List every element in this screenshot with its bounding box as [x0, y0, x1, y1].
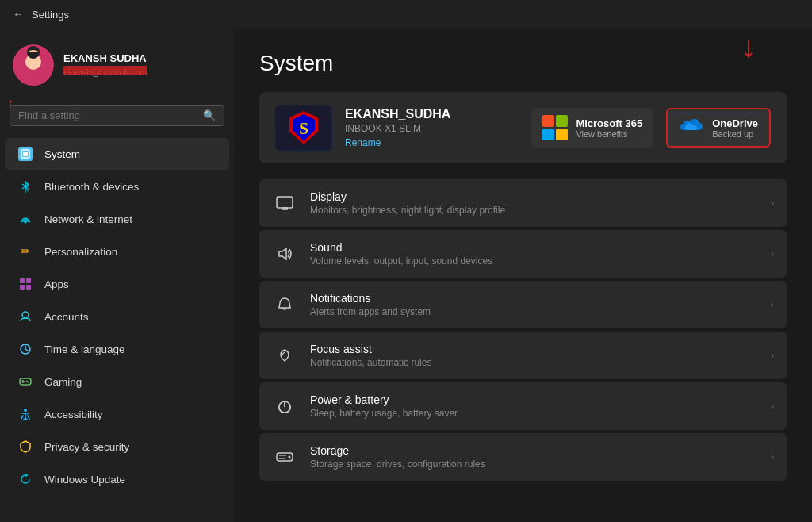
- app-title: Settings: [32, 9, 69, 21]
- microsoft365-name: Microsoft 365: [576, 117, 642, 129]
- settings-item-notifications[interactable]: Notifications Alerts from apps and syste…: [259, 281, 787, 328]
- storage-icon: [272, 444, 297, 470]
- sidebar-item-apps[interactable]: Apps: [5, 268, 229, 300]
- search-icon: 🔍: [203, 109, 216, 121]
- sidebar-item-gaming[interactable]: Gaming: [5, 366, 229, 397]
- notifications-chevron: ›: [771, 299, 774, 310]
- sound-desc: Volume levels, output, input, sound devi…: [310, 255, 492, 267]
- power-text: Power & battery Sleep, battery usage, ba…: [310, 393, 458, 419]
- svg-point-17: [28, 382, 29, 383]
- main-layout: EKANSH SUDHA ekansh@outlook.com ↑ 🔍: [0, 29, 812, 522]
- nav-list: System Bluetooth & devices Network & int…: [0, 137, 234, 496]
- display-desc: Monitors, brightness, night light, displ…: [310, 205, 505, 216]
- page-title: System: [259, 51, 787, 76]
- accessibility-icon: [17, 406, 33, 422]
- settings-item-focus[interactable]: Focus assist Notifications, automatic ru…: [259, 332, 787, 379]
- device-rename-link[interactable]: Rename: [345, 137, 519, 148]
- network-icon: [17, 211, 33, 227]
- personalization-icon: ✏: [17, 244, 33, 259]
- sidebar-item-windows-update[interactable]: Windows Update: [5, 463, 229, 495]
- bluetooth-icon: [17, 178, 33, 194]
- onedrive-text: OneDrive Backed up: [712, 117, 758, 139]
- svg-text:S: S: [299, 118, 308, 138]
- search-input[interactable]: [18, 109, 198, 121]
- system-icon: [17, 146, 33, 162]
- svg-rect-8: [26, 278, 31, 283]
- sidebar-item-label: Time & language: [44, 344, 125, 355]
- notifications-text: Notifications Alerts from apps and syste…: [310, 292, 431, 317]
- power-desc: Sleep, battery usage, battery saver: [310, 408, 458, 419]
- sidebar-item-time[interactable]: Time & language: [5, 333, 229, 365]
- sound-title: Sound: [310, 241, 492, 254]
- power-icon: [272, 393, 297, 419]
- display-chevron: ›: [771, 198, 774, 209]
- sidebar-item-label: Network & internet: [44, 213, 132, 225]
- display-text: Display Monitors, brightness, night ligh…: [310, 190, 505, 216]
- display-icon: [272, 190, 297, 216]
- onedrive-icon: [679, 116, 704, 140]
- apps-icon: [17, 276, 33, 292]
- notifications-title: Notifications: [310, 292, 431, 305]
- storage-title: Storage: [310, 444, 485, 457]
- sidebar-item-system[interactable]: System: [5, 138, 229, 170]
- sidebar-item-personalization[interactable]: ✏ Personalization: [5, 236, 229, 267]
- cloud-services: Microsoft 365 View benefits OneDrive: [531, 108, 771, 148]
- onedrive-sub: Backed up: [712, 129, 758, 139]
- display-title: Display: [310, 190, 505, 203]
- settings-item-display[interactable]: Display Monitors, brightness, night ligh…: [259, 179, 787, 227]
- svg-point-6: [25, 221, 27, 224]
- user-profile[interactable]: EKANSH SUDHA ekansh@outlook.com ↑: [0, 36, 234, 98]
- settings-list: Display Monitors, brightness, night ligh…: [259, 179, 787, 482]
- svg-rect-10: [26, 285, 31, 290]
- device-info: EKANSH_SUDHA INBOOK X1 SLIM Rename: [345, 107, 519, 148]
- titlebar: ← Settings: [0, 0, 812, 29]
- svg-rect-23: [277, 197, 293, 208]
- sound-text: Sound Volume levels, output, input, soun…: [310, 241, 492, 267]
- ms365-green: [556, 115, 568, 127]
- ms365-blue: [542, 129, 554, 140]
- privacy-icon: [17, 439, 33, 455]
- sidebar-item-network[interactable]: Network & internet: [5, 203, 229, 235]
- sidebar-item-label: Personalization: [44, 246, 117, 258]
- sidebar-item-bluetooth[interactable]: Bluetooth & devices: [5, 171, 229, 202]
- onedrive-name: OneDrive: [712, 117, 758, 129]
- email-arrow-indicator: ↑: [6, 94, 14, 113]
- svg-point-16: [26, 381, 28, 382]
- sidebar-item-accessibility[interactable]: Accessibility: [5, 398, 229, 430]
- focus-text: Focus assist Notifications, automatic ru…: [310, 343, 431, 368]
- onedrive-service[interactable]: OneDrive Backed up: [666, 108, 771, 148]
- user-email-container: ekansh@outlook.com: [63, 64, 147, 79]
- storage-desc: Storage space, drives, configuration rul…: [310, 459, 485, 470]
- search-box[interactable]: 🔍: [10, 105, 224, 126]
- sound-icon: [272, 241, 297, 267]
- windows-update-icon: [17, 471, 33, 487]
- microsoft365-text: Microsoft 365 View benefits: [576, 117, 642, 139]
- microsoft365-sub: View benefits: [576, 129, 642, 139]
- power-chevron: ›: [771, 401, 774, 412]
- settings-item-power[interactable]: Power & battery Sleep, battery usage, ba…: [259, 382, 787, 430]
- sidebar-item-accounts[interactable]: Accounts: [5, 301, 229, 332]
- settings-item-sound[interactable]: Sound Volume levels, output, input, soun…: [259, 230, 787, 278]
- storage-text: Storage Storage space, drives, configura…: [310, 444, 485, 470]
- svg-point-31: [289, 456, 291, 459]
- content-area: ↓ System S EKANSH_SUDHA INBOOK X1 SLIM R…: [234, 29, 812, 522]
- notifications-icon: [272, 292, 297, 317]
- system-icon-square: [18, 147, 33, 161]
- device-name: EKANSH_SUDHA: [345, 107, 519, 121]
- back-button[interactable]: ←: [13, 8, 24, 21]
- redacted-bar: [63, 66, 147, 75]
- settings-item-storage[interactable]: Storage Storage space, drives, configura…: [259, 433, 787, 481]
- storage-chevron: ›: [771, 451, 774, 463]
- ms365-yellow: [556, 129, 568, 140]
- device-thumbnail: S: [275, 105, 332, 151]
- sidebar-item-privacy[interactable]: Privacy & security: [5, 431, 229, 463]
- focus-icon: [272, 343, 297, 368]
- svg-rect-2: [21, 73, 46, 86]
- device-model: INBOOK X1 SLIM: [345, 123, 519, 134]
- power-title: Power & battery: [310, 393, 458, 406]
- svg-point-18: [24, 409, 27, 412]
- search-container: 🔍: [0, 98, 234, 137]
- sidebar-item-label: Bluetooth & devices: [44, 181, 139, 193]
- microsoft365-service[interactable]: Microsoft 365 View benefits: [531, 108, 653, 148]
- svg-point-11: [22, 312, 29, 318]
